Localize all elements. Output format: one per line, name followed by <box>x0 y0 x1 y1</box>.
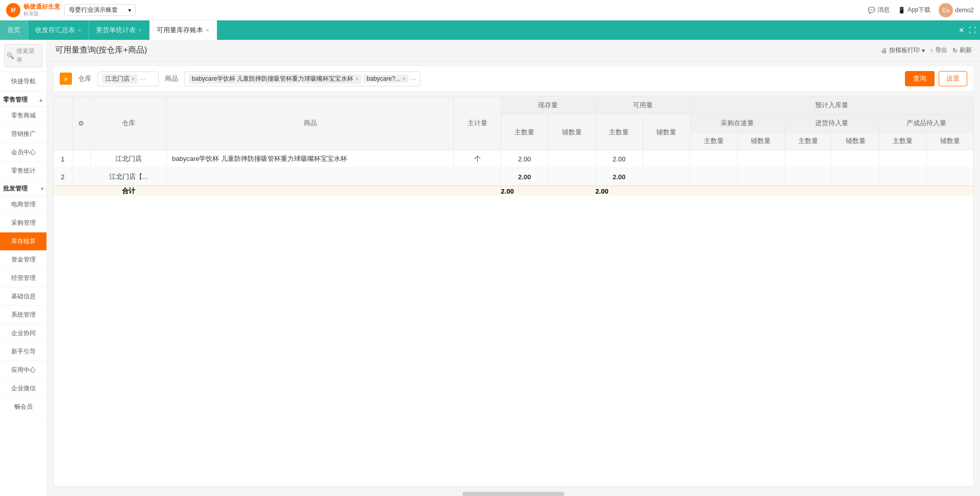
cell-prod-aux-1 <box>926 150 973 168</box>
cell-prod-aux-2 <box>926 168 973 186</box>
sidebar-item-sys-mgmt[interactable]: 系统管理 <box>0 306 46 324</box>
cell-unit-2 <box>454 168 501 186</box>
refresh-btn[interactable]: ↻ 刷新 <box>952 46 972 55</box>
cell-inc-main-1 <box>785 150 832 168</box>
cell-avail-aux-1 <box>643 150 690 168</box>
warehouse-tag-value: 江北门店 <box>105 75 130 83</box>
sidebar-item-wholesale-mgmt[interactable]: 批发管理 ▾ <box>0 180 46 196</box>
sidebar-item-new-guide[interactable]: 新手引导 <box>0 343 46 361</box>
message-label: 消息 <box>877 6 890 14</box>
export-label: 导出 <box>935 46 947 55</box>
sidebar-search-btn[interactable]: 🔍 搜索菜单 <box>4 44 42 67</box>
export-icon: ↑ <box>930 47 933 54</box>
warehouse-ellipsis[interactable]: ··· <box>140 75 145 83</box>
warehouse-tag-remove[interactable]: × <box>132 76 135 82</box>
footer-pur-main <box>690 186 738 196</box>
print-label: 按模板打印 <box>889 46 920 55</box>
user-name: demo2 <box>955 7 974 14</box>
th-available-group: 可用量 <box>596 97 690 114</box>
app-icon: 📱 <box>898 7 905 14</box>
th-settings: ⚙ <box>72 97 90 150</box>
cell-stock-aux-1 <box>548 150 596 168</box>
sidebar-item-enterprise-wechat-label: 企业微信 <box>11 385 36 392</box>
filter-toggle-btn[interactable]: » <box>60 73 72 85</box>
sidebar-item-base-info[interactable]: 基础信息 <box>0 288 46 306</box>
product-ellipsis[interactable]: ··· <box>410 75 416 83</box>
footer-inc-main <box>785 186 832 196</box>
industry-select[interactable]: 母婴行业演示账套 ▾ <box>64 4 136 16</box>
footer-cell-unit <box>454 186 501 196</box>
cell-avail-main-1: 2.00 <box>596 150 643 168</box>
product-label: 商品 <box>165 74 178 83</box>
sidebar-item-purchase-mgmt-label: 采购管理 <box>11 219 36 226</box>
warehouse-tag: 江北门店 × <box>102 74 138 84</box>
sidebar-item-ecommerce[interactable]: 电商管理 <box>0 196 46 214</box>
tab-home[interactable]: 首页 <box>0 20 28 40</box>
refresh-icon: ↻ <box>952 47 958 54</box>
logo-icon: 好 <box>6 3 20 17</box>
sidebar-item-operation[interactable]: 经营管理 <box>0 269 46 288</box>
sidebar-item-finance[interactable]: 资金管理 <box>0 251 46 269</box>
footer-avail-main: 2.00 <box>596 186 643 196</box>
cell-index-2: 2 <box>54 168 72 186</box>
sidebar-item-retail-stats[interactable]: 零售统计 <box>0 162 46 180</box>
footer-row: 合计 2.00 2.00 <box>54 186 973 196</box>
footer-stock-aux <box>548 186 596 196</box>
cell-product-1: babycare学饮杯 儿童防摔防撞吸管杯重力球吸嘴杯宝宝水杯 <box>167 150 454 168</box>
tab-shoufa-close[interactable]: × <box>78 28 81 33</box>
sidebar-item-purchase-mgmt[interactable]: 采购管理 <box>0 214 46 232</box>
tab-keyong[interactable]: 可用量库存账本 × <box>150 20 217 40</box>
export-btn[interactable]: ↑ 导出 <box>930 46 947 55</box>
print-btn[interactable]: 🖨 按模板打印 ▾ <box>881 46 925 55</box>
tab-close-all-icon[interactable]: ✕ <box>959 26 965 34</box>
tab-yaohuo-close[interactable]: × <box>139 28 142 33</box>
settings-icon[interactable]: ⚙ <box>78 120 84 127</box>
sidebar-item-retail-mgmt[interactable]: 零售管理 ▲ <box>0 91 46 107</box>
sidebar-item-inventory[interactable]: 库存核算 <box>0 232 46 251</box>
cell-pur-main-1 <box>690 150 738 168</box>
tab-yaohuo[interactable]: 要货单统计表 × <box>89 20 150 40</box>
th-main-unit: 主计量 <box>454 97 501 150</box>
sidebar-item-enterprise-wechat[interactable]: 企业微信 <box>0 380 46 398</box>
sidebar-item-retail-mall[interactable]: 零售商城 <box>0 107 46 125</box>
app-download-btn[interactable]: 📱 App下载 <box>898 6 930 14</box>
sidebar-item-app-center-label: 应用中心 <box>11 366 36 373</box>
sidebar-item-member[interactable]: 会员中心 <box>0 144 46 162</box>
sidebar-item-marketing[interactable]: 营销推广 <box>0 125 46 144</box>
cell-stock-main-2: 2.00 <box>501 168 548 186</box>
sidebar-item-marketing-label: 营销推广 <box>11 130 36 137</box>
sidebar-item-app-center[interactable]: 应用中心 <box>0 361 46 380</box>
setting-btn[interactable]: 设置 <box>939 71 967 86</box>
user-area[interactable]: Ea demo2 <box>939 3 974 17</box>
sidebar-item-vip-member-label: 畅会员 <box>14 403 33 410</box>
sidebar-item-operation-label: 经营管理 <box>11 274 36 281</box>
tab-expand-icon[interactable]: ⛶ <box>969 26 976 34</box>
footer-label: 合计 <box>90 186 167 196</box>
top-bar-left: 好 畅捷通好生意 标准版 母婴行业演示账套 ▾ <box>6 3 136 17</box>
chevron-up-icon: ▲ <box>38 97 43 103</box>
cell-pur-main-2 <box>690 168 738 186</box>
tab-shoufa-label: 收发存汇总表 <box>35 26 75 35</box>
sidebar-item-enterprise[interactable]: 企业协同 <box>0 324 46 343</box>
content-area: 可用量查询(按仓库+商品) 🖨 按模板打印 ▾ ↑ 导出 ↻ 刷新 » <box>47 40 980 496</box>
chevron-down-icon: ▾ <box>922 47 925 54</box>
scroll-thumb[interactable] <box>462 492 565 496</box>
query-btn[interactable]: 查询 <box>905 71 935 86</box>
sidebar-item-vip-member[interactable]: 畅会员 <box>0 398 46 416</box>
cell-warehouse-2: 江北门店【... <box>90 168 167 186</box>
cell-settings-2 <box>72 168 90 186</box>
warehouse-input[interactable]: 江北门店 × ··· <box>97 72 159 86</box>
product-tag-1-remove[interactable]: × <box>356 76 359 82</box>
footer-cell-product <box>167 186 454 196</box>
cell-prod-main-1 <box>879 150 926 168</box>
product-input[interactable]: babycare学饮杯 儿童防摔防撞吸管杯重力球吸嘴杯宝宝水杯 × babyca… <box>184 72 421 86</box>
sidebar-item-quick-nav[interactable]: 快捷导航 <box>0 72 46 91</box>
cell-index-1: 1 <box>54 150 72 168</box>
product-tag-2-remove[interactable]: × <box>402 76 405 82</box>
product-tag-2: babycare?... × <box>363 75 408 83</box>
message-btn[interactable]: 💬 消息 <box>868 6 890 14</box>
tab-shoufa[interactable]: 收发存汇总表 × <box>28 20 89 40</box>
tab-keyong-close[interactable]: × <box>206 28 209 33</box>
logo-area: 好 畅捷通好生意 标准版 <box>6 3 60 17</box>
cell-settings-1 <box>72 150 90 168</box>
